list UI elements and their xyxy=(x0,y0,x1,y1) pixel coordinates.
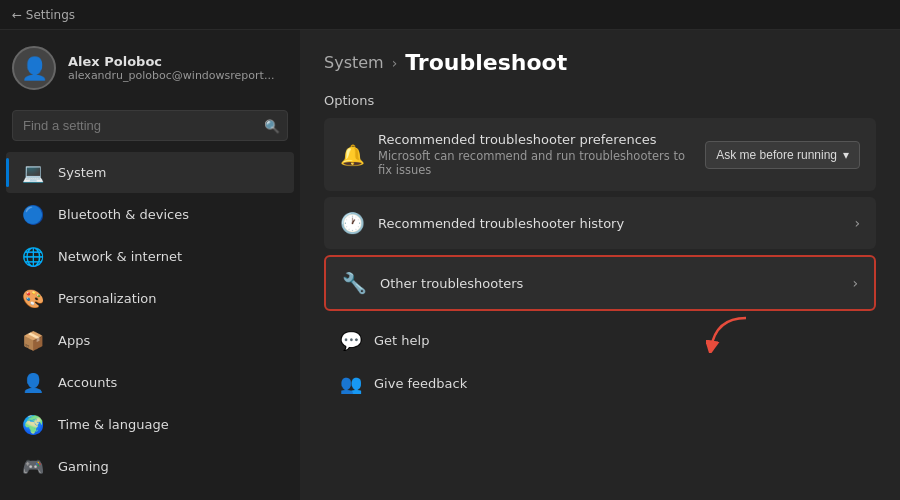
sidebar: 👤 Alex Poloboc alexandru_poloboc@windows… xyxy=(0,30,300,500)
avatar: 👤 xyxy=(12,46,56,90)
main-content: System › Troubleshoot Options 🔔 Recommen… xyxy=(300,30,900,500)
card-text-troubleshooter-history: Recommended troubleshooter history xyxy=(378,216,840,231)
breadcrumb-system: System xyxy=(324,53,384,72)
cards-container: 🔔 Recommended troubleshooter preferences… xyxy=(324,118,876,311)
sidebar-item-network[interactable]: 🌐 Network & internet xyxy=(6,236,294,277)
arrow-svg xyxy=(706,313,756,353)
nav-icon-system: 💻 xyxy=(22,162,44,183)
title-bar: ← Settings xyxy=(0,0,900,30)
sidebar-item-personalization[interactable]: 🎨 Personalization xyxy=(6,278,294,319)
card-title-troubleshooter-history: Recommended troubleshooter history xyxy=(378,216,840,231)
card-recommended-preferences[interactable]: 🔔 Recommended troubleshooter preferences… xyxy=(324,118,876,191)
nav-icon-network: 🌐 xyxy=(22,246,44,267)
user-info: Alex Poloboc alexandru_poloboc@windowsre… xyxy=(68,54,274,82)
search-input[interactable] xyxy=(12,110,288,141)
link-icon-give-feedback: 👥 xyxy=(340,373,362,394)
section-label: Options xyxy=(324,93,876,108)
user-name: Alex Poloboc xyxy=(68,54,274,69)
sidebar-item-system[interactable]: 💻 System xyxy=(6,152,294,193)
nav-label-accounts: Accounts xyxy=(58,375,117,390)
card-troubleshooter-history[interactable]: 🕐 Recommended troubleshooter history › xyxy=(324,197,876,249)
sidebar-item-accounts[interactable]: 👤 Accounts xyxy=(6,362,294,403)
chevron-right-other-troubleshooters: › xyxy=(852,275,858,291)
card-icon-other-troubleshooters: 🔧 xyxy=(342,271,366,295)
links-section: 💬 Get help 👥 Give feedback xyxy=(324,319,876,405)
nav-label-system: System xyxy=(58,165,106,180)
nav-label-gaming: Gaming xyxy=(58,459,109,474)
card-title-other-troubleshooters: Other troubleshooters xyxy=(380,276,838,291)
card-icon-troubleshooter-history: 🕐 xyxy=(340,211,364,235)
nav-list: 💻 System 🔵 Bluetooth & devices 🌐 Network… xyxy=(0,151,300,488)
card-action-troubleshooter-history: › xyxy=(854,215,860,231)
card-subtitle-recommended-preferences: Microsoft can recommend and run troubles… xyxy=(378,149,691,177)
card-text-recommended-preferences: Recommended troubleshooter preferences M… xyxy=(378,132,691,177)
link-get-help[interactable]: 💬 Get help xyxy=(324,319,876,362)
nav-label-time: Time & language xyxy=(58,417,169,432)
user-profile[interactable]: 👤 Alex Poloboc alexandru_poloboc@windows… xyxy=(0,30,300,106)
breadcrumb: System › Troubleshoot xyxy=(324,50,876,75)
card-action-recommended-preferences: Ask me before running ▾ xyxy=(705,141,860,169)
nav-label-apps: Apps xyxy=(58,333,90,348)
nav-icon-apps: 📦 xyxy=(22,330,44,351)
nav-icon-bluetooth: 🔵 xyxy=(22,204,44,225)
card-icon-recommended-preferences: 🔔 xyxy=(340,143,364,167)
chevron-right-troubleshooter-history: › xyxy=(854,215,860,231)
card-text-other-troubleshooters: Other troubleshooters xyxy=(380,276,838,291)
search-container: 🔍 xyxy=(12,110,288,141)
sidebar-item-apps[interactable]: 📦 Apps xyxy=(6,320,294,361)
dropdown-btn-recommended-preferences[interactable]: Ask me before running ▾ xyxy=(705,141,860,169)
nav-icon-gaming: 🎮 xyxy=(22,456,44,477)
link-text-give-feedback: Give feedback xyxy=(374,376,467,391)
page-title: Troubleshoot xyxy=(405,50,567,75)
nav-label-network: Network & internet xyxy=(58,249,182,264)
back-button[interactable]: ← Settings xyxy=(12,8,75,22)
avatar-icon: 👤 xyxy=(21,56,48,81)
nav-label-personalization: Personalization xyxy=(58,291,157,306)
app-body: 👤 Alex Poloboc alexandru_poloboc@windows… xyxy=(0,30,900,500)
card-other-troubleshooters[interactable]: 🔧 Other troubleshooters › xyxy=(324,255,876,311)
card-title-recommended-preferences: Recommended troubleshooter preferences xyxy=(378,132,691,147)
user-email: alexandru_poloboc@windowsreport... xyxy=(68,69,274,82)
link-text-get-help: Get help xyxy=(374,333,429,348)
sidebar-item-time[interactable]: 🌍 Time & language xyxy=(6,404,294,445)
dropdown-chevron: ▾ xyxy=(843,148,849,162)
link-icon-get-help: 💬 xyxy=(340,330,362,351)
card-wrapper-other-troubleshooters: 🔧 Other troubleshooters › xyxy=(324,255,876,311)
breadcrumb-arrow: › xyxy=(392,55,398,71)
sidebar-item-bluetooth[interactable]: 🔵 Bluetooth & devices xyxy=(6,194,294,235)
nav-icon-personalization: 🎨 xyxy=(22,288,44,309)
nav-icon-accounts: 👤 xyxy=(22,372,44,393)
link-give-feedback[interactable]: 👥 Give feedback xyxy=(324,362,876,405)
nav-icon-time: 🌍 xyxy=(22,414,44,435)
nav-label-bluetooth: Bluetooth & devices xyxy=(58,207,189,222)
sidebar-item-gaming[interactable]: 🎮 Gaming xyxy=(6,446,294,487)
